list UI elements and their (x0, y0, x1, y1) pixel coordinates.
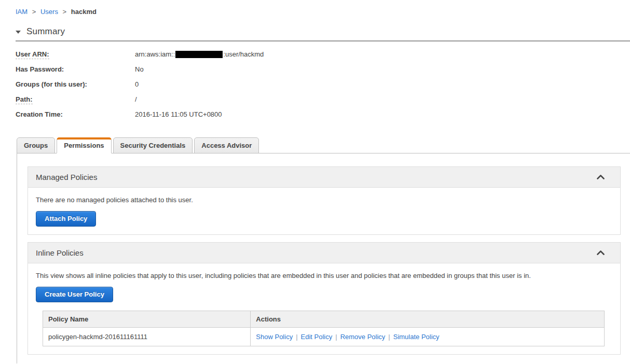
tab-groups[interactable]: Groups (17, 137, 55, 153)
policy-name-column-header: Policy Name (43, 311, 251, 328)
tab-permissions[interactable]: Permissions (57, 137, 111, 153)
field-user-arn: User ARN: arn:aws:iam:::user/hackmd (16, 50, 630, 58)
summary-title: Summary (26, 26, 65, 37)
inline-policies-body: This view shows all inline policies that… (28, 263, 620, 354)
has-password-label: Has Password: (16, 65, 135, 73)
collapse-triangle-icon[interactable] (16, 31, 21, 34)
field-groups: Groups (for this user): 0 (16, 80, 630, 88)
breadcrumb-current-user: hackmd (71, 8, 97, 16)
collapse-chevron-icon[interactable] (597, 250, 605, 255)
tab-security-credentials[interactable]: Security Credentials (113, 137, 193, 153)
tab-access-advisor[interactable]: Access Advisor (194, 137, 259, 153)
managed-policies-section: Managed Policies There are no managed po… (28, 166, 621, 235)
groups-label: Groups (for this user): (16, 80, 135, 88)
breadcrumb-separator: > (63, 8, 67, 16)
breadcrumb: IAM > Users > hackmd (0, 0, 630, 16)
action-separator: | (335, 333, 337, 341)
managed-policies-title: Managed Policies (36, 173, 97, 181)
breadcrumb-link-iam[interactable]: IAM (16, 8, 28, 16)
action-separator: | (388, 333, 390, 341)
managed-policies-header[interactable]: Managed Policies (28, 167, 620, 188)
inline-policies-title: Inline Policies (36, 248, 84, 257)
permissions-tab-panel: Managed Policies There are no managed po… (17, 153, 630, 363)
simulate-policy-link[interactable]: Simulate Policy (393, 333, 440, 341)
action-separator: | (296, 333, 297, 341)
policy-actions-cell: Show Policy|Edit Policy|Remove Policy|Si… (251, 328, 605, 346)
user-arn-label: User ARN: (16, 50, 49, 59)
collapse-chevron-icon[interactable] (597, 175, 605, 179)
field-has-password: Has Password: No (16, 65, 630, 73)
summary-fields: User ARN: arn:aws:iam:::user/hackmd Has … (16, 50, 630, 118)
policy-name-cell: policygen-hackmd-201611161111 (43, 328, 251, 346)
groups-value: 0 (135, 80, 139, 88)
managed-policies-body: There are no managed policies attached t… (28, 188, 620, 234)
show-policy-link[interactable]: Show Policy (256, 333, 293, 341)
creation-time-label: Creation Time: (16, 110, 135, 118)
creation-time-value: 2016-11-16 11:05 UTC+0800 (135, 110, 222, 118)
field-creation-time: Creation Time: 2016-11-16 11:05 UTC+0800 (16, 110, 630, 118)
has-password-value: No (135, 65, 144, 73)
tab-bar: Groups Permissions Security Credentials … (0, 137, 630, 153)
summary-divider (16, 40, 630, 41)
user-arn-value: arn:aws:iam:::user/hackmd (135, 50, 264, 58)
table-header-row: Policy Name Actions (43, 311, 605, 328)
actions-column-header: Actions (251, 311, 605, 328)
create-user-policy-button[interactable]: Create User Policy (36, 287, 113, 302)
summary-header[interactable]: Summary (16, 26, 630, 37)
inline-policies-section: Inline Policies This view shows all inli… (28, 242, 621, 355)
remove-policy-link[interactable]: Remove Policy (340, 333, 386, 341)
managed-policies-empty-text: There are no managed policies attached t… (36, 196, 612, 204)
table-row: policygen-hackmd-201611161111 Show Polic… (43, 328, 605, 346)
breadcrumb-separator: > (32, 8, 36, 16)
path-label: Path: (16, 95, 33, 104)
inline-policies-header[interactable]: Inline Policies (28, 243, 620, 263)
redacted-account-id (175, 51, 223, 58)
breadcrumb-link-users[interactable]: Users (40, 8, 58, 16)
inline-policies-description: This view shows all inline policies that… (36, 272, 612, 279)
edit-policy-link[interactable]: Edit Policy (301, 333, 333, 341)
inline-policies-table: Policy Name Actions policygen-hackmd-201… (43, 311, 605, 346)
field-path: Path: / (16, 95, 630, 103)
path-value: / (135, 95, 137, 103)
attach-policy-button[interactable]: Attach Policy (36, 211, 96, 227)
